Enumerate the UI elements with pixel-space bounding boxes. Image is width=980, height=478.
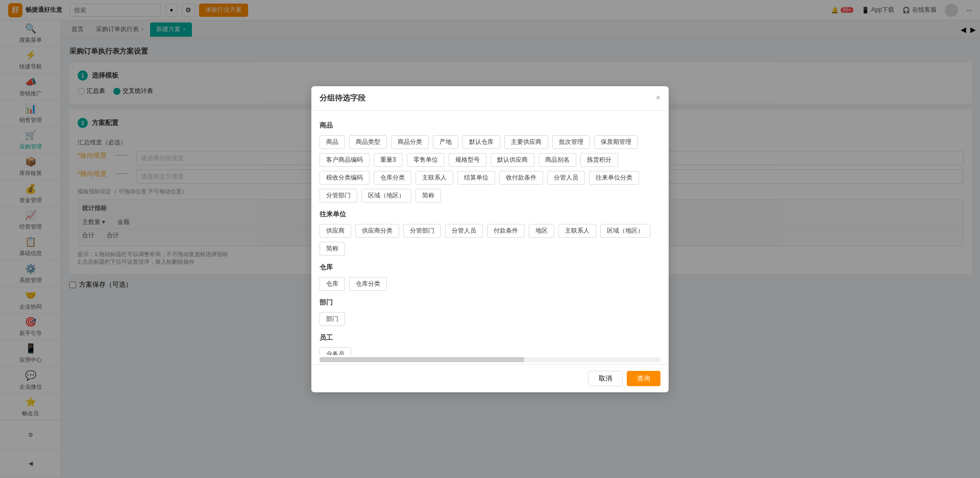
field-default-supplier[interactable]: 默认供应商 — [491, 153, 534, 167]
partner-fields: 供应商 供应商分类 分管部门 分管人员 付款条件 地区 主联系人 区域（地区） … — [320, 224, 660, 256]
field-department[interactable]: 部门 — [320, 312, 345, 326]
field-goods-alias[interactable]: 商品别名 — [538, 153, 576, 167]
section-partner: 往来单位 供应商 供应商分类 分管部门 分管人员 付款条件 地区 主联系人 区域… — [320, 210, 660, 256]
field-goods-type[interactable]: 商品类型 — [349, 135, 387, 149]
field-main-supplier[interactable]: 主要供应商 — [504, 135, 548, 149]
field-partner-dept[interactable]: 分管部门 — [403, 224, 441, 238]
field-customer-sku[interactable]: 客户商品编码 — [320, 153, 370, 167]
section-dept-title: 部门 — [320, 298, 660, 307]
field-dept[interactable]: 分管部门 — [320, 189, 357, 203]
field-warehouse[interactable]: 仓库 — [320, 277, 345, 291]
field-main-contact[interactable]: 主联系人 — [415, 171, 453, 185]
field-goods[interactable]: 商品 — [320, 135, 345, 149]
field-partner-contact[interactable]: 主联系人 — [558, 224, 596, 238]
scrollbar-container — [311, 355, 669, 364]
field-tax-code[interactable]: 税收分类编码 — [320, 171, 370, 185]
field-partner-category[interactable]: 往来单位分类 — [589, 171, 639, 185]
field-salesperson[interactable]: 业务员 — [320, 347, 351, 355]
field-weight[interactable]: 重量3 — [374, 153, 403, 167]
overlay: 分组待选字段 × 商品 商品 商品类型 商品分类 产地 默认仓库 主要供应商 批… — [0, 0, 980, 478]
field-spec[interactable]: 规格型号 — [449, 153, 486, 167]
cancel-button[interactable]: 取消 — [588, 371, 623, 386]
field-short-name[interactable]: 简称 — [415, 189, 441, 203]
dialog-body: 商品 商品 商品类型 商品分类 产地 默认仓库 主要供应商 批次管理 保质期管理… — [311, 111, 669, 355]
field-pick-points[interactable]: 拣货积分 — [580, 153, 618, 167]
field-settlement-unit[interactable]: 结算单位 — [457, 171, 495, 185]
field-supplier[interactable]: 供应商 — [320, 224, 351, 238]
employee-fields: 业务员 — [320, 347, 660, 355]
field-origin[interactable]: 产地 — [433, 135, 458, 149]
section-partner-title: 往来单位 — [320, 210, 660, 219]
section-dept: 部门 部门 — [320, 298, 660, 326]
field-payment-terms[interactable]: 收付款条件 — [499, 171, 543, 185]
field-partner-supervisor[interactable]: 分管人员 — [445, 224, 483, 238]
field-supervisor[interactable]: 分管人员 — [547, 171, 585, 185]
field-region[interactable]: 区域（地区） — [361, 189, 411, 203]
goods-fields: 商品 商品类型 商品分类 产地 默认仓库 主要供应商 批次管理 保质期管理 客户… — [320, 135, 660, 203]
field-area[interactable]: 地区 — [529, 224, 554, 238]
section-warehouse-title: 仓库 — [320, 263, 660, 272]
section-employee: 员工 业务员 — [320, 333, 660, 355]
field-goods-category[interactable]: 商品分类 — [391, 135, 429, 149]
section-employee-title: 员工 — [320, 333, 660, 342]
field-batch-mgmt[interactable]: 批次管理 — [552, 135, 590, 149]
dialog-header: 分组待选字段 × — [311, 86, 669, 111]
field-retail-unit[interactable]: 零售单位 — [407, 153, 445, 167]
field-supplier-category[interactable]: 供应商分类 — [355, 224, 399, 238]
field-shelf-life[interactable]: 保质期管理 — [594, 135, 638, 149]
scrollbar-thumb — [320, 357, 524, 362]
section-goods-title: 商品 — [320, 121, 660, 130]
section-warehouse: 仓库 仓库 仓库分类 — [320, 263, 660, 291]
dept-fields: 部门 — [320, 312, 660, 326]
confirm-button[interactable]: 查询 — [627, 371, 660, 386]
field-partner-region[interactable]: 区域（地区） — [600, 224, 650, 238]
field-payment-condition[interactable]: 付款条件 — [487, 224, 525, 238]
warehouse-fields: 仓库 仓库分类 — [320, 277, 660, 291]
section-goods: 商品 商品 商品类型 商品分类 产地 默认仓库 主要供应商 批次管理 保质期管理… — [320, 121, 660, 203]
field-warehouse-category[interactable]: 仓库分类 — [374, 171, 411, 185]
horizontal-scrollbar[interactable] — [320, 357, 660, 362]
dialog-title: 分组待选字段 — [320, 93, 365, 103]
field-default-warehouse[interactable]: 默认仓库 — [462, 135, 500, 149]
field-warehouse-cat[interactable]: 仓库分类 — [349, 277, 387, 291]
dialog: 分组待选字段 × 商品 商品 商品类型 商品分类 产地 默认仓库 主要供应商 批… — [311, 86, 669, 392]
field-partner-short[interactable]: 简称 — [320, 242, 345, 256]
dialog-close-button[interactable]: × — [656, 93, 660, 103]
dialog-footer: 取消 查询 — [311, 364, 669, 392]
